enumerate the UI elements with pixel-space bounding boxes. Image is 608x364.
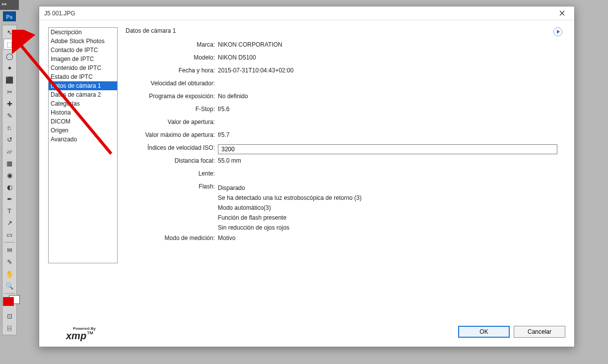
quickmask-tool[interactable]: ⊡ — [3, 310, 15, 321]
shape-tool[interactable]: ▭ — [3, 229, 15, 240]
value-distancia: 55.0 mm — [218, 157, 565, 164]
screenmode-tool[interactable]: ⌸ — [3, 322, 15, 333]
sidebar-item-dicom[interactable]: DICOM — [49, 117, 117, 126]
category-sidebar: Descripción Adobe Stock Photos Contacto … — [48, 27, 118, 263]
eyedropper-tool[interactable]: ✎ — [3, 256, 15, 267]
sidebar-item-categorias[interactable]: Categorías — [49, 99, 117, 108]
close-icon — [559, 10, 565, 16]
label-lente: Lente: — [126, 170, 218, 177]
move-tool[interactable]: ↖ — [3, 27, 15, 38]
pen-tool[interactable]: ✒ — [3, 193, 15, 204]
sidebar-item-historia[interactable]: Historia — [49, 108, 117, 117]
blur-tool[interactable]: ◉ — [3, 170, 15, 181]
file-info-dialog: J5 001.JPG Descripción Adobe Stock Photo… — [39, 6, 575, 347]
sidebar-item-camara2[interactable]: Datos de cámara 2 — [49, 90, 117, 99]
separator — [4, 242, 15, 243]
label-fstop: F-Stop: — [126, 106, 218, 113]
value-marca: NIKON CORPORATION — [218, 41, 565, 48]
marquee-tool[interactable]: ⬚ — [3, 39, 15, 50]
ps-toolbar-toggle[interactable]: ▸▸ — [0, 0, 19, 10]
value-programa: No definido — [218, 93, 565, 100]
history-brush-tool[interactable]: ↺ — [3, 134, 15, 145]
brush-tool[interactable]: ✎ — [3, 110, 15, 121]
play-icon[interactable] — [553, 27, 562, 36]
label-flash: Flash: — [126, 183, 218, 190]
label-fecha: Fecha y hora: — [126, 67, 218, 74]
dialog-title: J5 001.JPG — [44, 10, 554, 17]
path-tool[interactable]: ↗ — [3, 217, 15, 228]
zoom-tool[interactable]: 🔍 — [3, 280, 15, 291]
main-panel: Datos de cámara 1 Marca:NIKON CORPORATIO… — [124, 27, 565, 303]
ok-button[interactable]: OK — [458, 326, 510, 338]
sidebar-item-iptc-estado[interactable]: Estado de IPTC — [49, 72, 117, 81]
tools-palette: ↖ ⬚ ◯ ✦ ⬛ ✂ ✚ ✎ ⎌ ↺ ▱ ▦ ◉ ◐ ✒ T ↗ ▭ ✉ ✎ … — [2, 25, 17, 335]
value-medicion: Motivo — [218, 235, 565, 242]
crop-tool[interactable]: ⬛ — [3, 74, 15, 85]
value-flash: Disparado Se ha detectado una luz estrob… — [218, 183, 565, 233]
magic-wand-tool[interactable]: ✦ — [3, 62, 15, 73]
label-programa: Programa de exposición: — [126, 93, 218, 100]
sidebar-item-descripcion[interactable]: Descripción — [49, 28, 117, 37]
ps-logo: Ps — [3, 11, 16, 21]
value-fstop: f/5.6 — [218, 106, 565, 113]
label-modelo: Modelo: — [126, 54, 218, 61]
label-apertura: Valor de apertura: — [126, 119, 218, 125]
eraser-tool[interactable]: ▱ — [3, 146, 15, 157]
sidebar-item-stock[interactable]: Adobe Stock Photos — [49, 37, 117, 46]
sidebar-item-iptc-contenido[interactable]: Contenido de IPTC — [49, 63, 117, 72]
cancel-button[interactable]: Cancelar — [514, 326, 565, 338]
gradient-tool[interactable]: ▦ — [3, 158, 15, 169]
separator — [4, 293, 15, 294]
section-title: Datos de cámara 1 — [126, 27, 565, 34]
sidebar-item-avanzado[interactable]: Avanzado — [49, 135, 117, 144]
value-fecha: 2015-07-31T10:04:43+02:00 — [218, 67, 565, 74]
sidebar-item-iptc-contacto[interactable]: Contacto de IPTC — [49, 46, 117, 55]
label-apertura-max: Valor máximo de apertura: — [126, 131, 218, 138]
hand-tool[interactable]: ✋ — [3, 268, 15, 279]
label-iso: Índices de velocidad ISO: — [126, 144, 218, 151]
stamp-tool[interactable]: ⎌ — [3, 122, 15, 133]
label-obturador: Velocidad del obturador: — [126, 80, 218, 87]
sidebar-item-origen[interactable]: Origen — [49, 126, 117, 135]
sidebar-item-camara1[interactable]: Datos de cámara 1 — [49, 81, 117, 90]
label-medicion: Modo de medición: — [126, 235, 218, 242]
value-apertura-max: f/5.7 — [218, 131, 565, 138]
dodge-tool[interactable]: ◐ — [3, 182, 15, 192]
type-tool[interactable]: T — [3, 205, 15, 216]
label-marca: Marca: — [126, 41, 218, 48]
label-distancia: Distancia focal: — [126, 157, 218, 164]
notes-tool[interactable]: ✉ — [3, 244, 15, 255]
slice-tool[interactable]: ✂ — [3, 86, 15, 97]
iso-input[interactable] — [218, 144, 557, 154]
lasso-tool[interactable]: ◯ — [3, 51, 15, 61]
sidebar-item-iptc-imagen[interactable]: Imagen de IPTC — [49, 55, 117, 63]
xmp-logo: Powered By xmp™ — [48, 326, 458, 342]
dialog-titlebar[interactable]: J5 001.JPG — [39, 6, 574, 20]
healing-tool[interactable]: ✚ — [3, 98, 15, 109]
value-modelo: NIKON D5100 — [218, 54, 565, 61]
foreground-color[interactable] — [3, 297, 14, 306]
close-button[interactable] — [554, 8, 569, 19]
